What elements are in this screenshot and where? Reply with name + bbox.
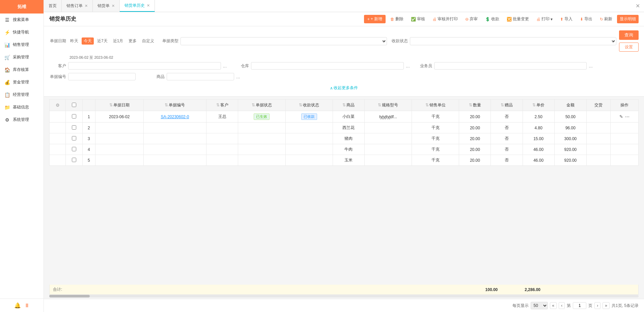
tab-sales-delivery[interactable]: 销货单 ✕ bbox=[93, 0, 120, 12]
row-checkbox[interactable] bbox=[72, 147, 76, 151]
delete-button[interactable]: 🗑 删除 bbox=[388, 15, 406, 23]
doc-no-link[interactable]: SA-20230602-0 bbox=[161, 114, 189, 119]
collect-button[interactable]: 💲 收款 bbox=[482, 15, 502, 23]
warehouse-input[interactable] bbox=[251, 62, 404, 70]
tab-sales-history[interactable]: 销货单历史 ✕ bbox=[120, 0, 155, 12]
sidebar-item-sys-mgmt[interactable]: ⚙ 系统管理 bbox=[0, 113, 44, 126]
th-goods[interactable]: ⇅商品 bbox=[333, 100, 364, 111]
query-button[interactable]: 查询 bbox=[619, 30, 639, 40]
last-page-btn[interactable]: » bbox=[603, 302, 610, 309]
tab-sales-delivery-close[interactable]: ✕ bbox=[112, 4, 115, 8]
td-action[interactable] bbox=[611, 123, 639, 133]
td-action[interactable] bbox=[611, 144, 639, 155]
doc-type-select[interactable] bbox=[180, 37, 387, 45]
td-checkbox[interactable] bbox=[66, 144, 83, 155]
print-button[interactable]: 🖨 打印 ▾ bbox=[534, 15, 555, 23]
abandon-button[interactable]: ⊖ 弃审 bbox=[463, 15, 480, 23]
td-doc-no[interactable]: SA-20230602-0 bbox=[143, 111, 206, 123]
tab-sales-order-close[interactable]: ✕ bbox=[85, 4, 88, 8]
tab-sales-order[interactable]: 销售订单 ✕ bbox=[62, 0, 93, 12]
batch-change-button[interactable]: 🔀 批量变更 bbox=[504, 15, 532, 23]
show-detail-button[interactable]: 显示明细 bbox=[617, 15, 639, 23]
th-customer[interactable]: ⇅客户 bbox=[206, 100, 238, 111]
row-checkbox[interactable] bbox=[72, 125, 76, 130]
audit-print-button[interactable]: 🖨 审核并打印 bbox=[430, 15, 460, 23]
export-button[interactable]: ⬇ 导出 bbox=[577, 15, 595, 23]
new-button[interactable]: + + 新增 bbox=[364, 15, 386, 23]
tab-home[interactable]: 首页 bbox=[44, 0, 62, 12]
th-sales-unit[interactable]: ⇅销售单位 bbox=[412, 100, 459, 111]
sidebar-item-finance[interactable]: 💰 资金管理 bbox=[0, 76, 44, 88]
th-doc-date[interactable]: ⇅单据日期 bbox=[95, 100, 143, 111]
th-doc-status[interactable]: ⇅单据状态 bbox=[238, 100, 285, 111]
sidebar-item-sales-mgmt[interactable]: 📊 销售管理 bbox=[0, 38, 44, 51]
row-checkbox[interactable] bbox=[72, 114, 76, 119]
sidebar-item-ops-mgmt[interactable]: 📋 经营管理 bbox=[0, 88, 44, 101]
td-action[interactable] bbox=[611, 155, 639, 166]
td-checkbox[interactable] bbox=[66, 111, 83, 123]
refresh-button[interactable]: ↻ 刷新 bbox=[597, 15, 615, 23]
audit-button[interactable]: ✅ 审核 bbox=[408, 15, 428, 23]
import-button[interactable]: ⬆ 导入 bbox=[557, 15, 575, 23]
th-qty[interactable]: ⇅数量 bbox=[459, 100, 491, 111]
th-checkbox[interactable] bbox=[66, 100, 83, 111]
row-checkbox[interactable] bbox=[72, 136, 76, 140]
td-checkbox[interactable] bbox=[66, 133, 83, 144]
th-unit-price[interactable]: ⇅单价 bbox=[523, 100, 554, 111]
set-button[interactable]: 设置 bbox=[619, 43, 639, 52]
td-doc-no[interactable] bbox=[143, 155, 206, 166]
th-gift[interactable]: ⇅赠品 bbox=[491, 100, 523, 111]
sidebar-item-quick-nav[interactable]: ⚡ 快捷导航 bbox=[0, 26, 44, 38]
salesperson-input[interactable] bbox=[434, 62, 587, 70]
first-page-btn[interactable]: « bbox=[550, 302, 557, 309]
table-scroll-bar[interactable] bbox=[49, 295, 639, 297]
pill-custom[interactable]: 自定义 bbox=[140, 37, 156, 45]
sidebar-item-search-menu[interactable]: ☰ 搜索菜单 bbox=[0, 14, 44, 26]
td-checkbox[interactable] bbox=[66, 155, 83, 166]
page-number-input[interactable] bbox=[573, 302, 586, 309]
td-doc-no[interactable] bbox=[143, 133, 206, 144]
docno-input[interactable] bbox=[68, 73, 136, 80]
table-row: 5 玉米 千克 20.00 否 46.00 920.00 bbox=[50, 155, 639, 166]
td-checkbox[interactable] bbox=[66, 123, 83, 133]
customer-input[interactable] bbox=[68, 62, 221, 70]
pill-today[interactable]: 今天 bbox=[82, 37, 94, 45]
sidebar-item-purchase-mgmt[interactable]: 🛒 采购管理 bbox=[0, 51, 44, 63]
th-gear[interactable]: ⚙ bbox=[50, 100, 66, 111]
salesperson-picker-btn[interactable]: ... bbox=[589, 63, 593, 69]
select-all-checkbox[interactable] bbox=[72, 103, 76, 107]
td-doc-no[interactable] bbox=[143, 144, 206, 155]
sidebar-item-basic-info[interactable]: 📁 基础信息 bbox=[0, 101, 44, 113]
sidebar-item-label: 快捷导航 bbox=[13, 29, 29, 35]
warehouse-picker-btn[interactable]: ... bbox=[406, 63, 410, 69]
row-checkbox[interactable] bbox=[72, 158, 76, 162]
print-icon: 🖨 bbox=[536, 17, 540, 22]
pause-icon[interactable]: ⏸ bbox=[24, 303, 30, 309]
pill-1month[interactable]: 近1月 bbox=[111, 37, 125, 45]
per-page-select[interactable]: 50 100 bbox=[531, 302, 548, 309]
notification-icon[interactable]: 🔔 bbox=[14, 302, 21, 309]
pill-7days[interactable]: 近7天 bbox=[95, 37, 110, 45]
td-action[interactable]: ✎⋯ bbox=[611, 111, 639, 123]
collapse-btn[interactable]: ∧ 收起更多条件 bbox=[330, 84, 358, 92]
th-collect-status[interactable]: ⇅收款状态 bbox=[285, 100, 333, 111]
table-scroll-thumb[interactable] bbox=[49, 295, 90, 297]
goods-input[interactable] bbox=[167, 73, 234, 80]
customer-picker-btn[interactable]: ... bbox=[223, 63, 227, 69]
pill-yesterday[interactable]: 昨天 bbox=[68, 37, 80, 45]
tab-sales-history-close[interactable]: ✕ bbox=[147, 3, 150, 8]
td-action[interactable] bbox=[611, 133, 639, 144]
next-page-btn[interactable]: › bbox=[594, 302, 600, 309]
td-doc-no[interactable] bbox=[143, 123, 206, 133]
prev-page-btn[interactable]: ‹ bbox=[559, 302, 565, 309]
sidebar-item-inventory[interactable]: 🏠 库存核算 bbox=[0, 63, 44, 76]
th-spec[interactable]: ⇅规格型号 bbox=[364, 100, 412, 111]
edit-btn[interactable]: ✎ bbox=[619, 114, 623, 119]
collect-status-select[interactable] bbox=[410, 37, 616, 45]
gear-icon[interactable]: ⚙ bbox=[56, 103, 60, 108]
goods-picker-btn[interactable]: ... bbox=[236, 74, 240, 79]
pill-more[interactable]: 更多 bbox=[127, 37, 139, 45]
th-doc-no[interactable]: ⇅单据编号 bbox=[143, 100, 206, 111]
more-action-btn[interactable]: ⋯ bbox=[625, 114, 629, 119]
tab-bar-close-all[interactable]: ✕ bbox=[632, 3, 644, 9]
